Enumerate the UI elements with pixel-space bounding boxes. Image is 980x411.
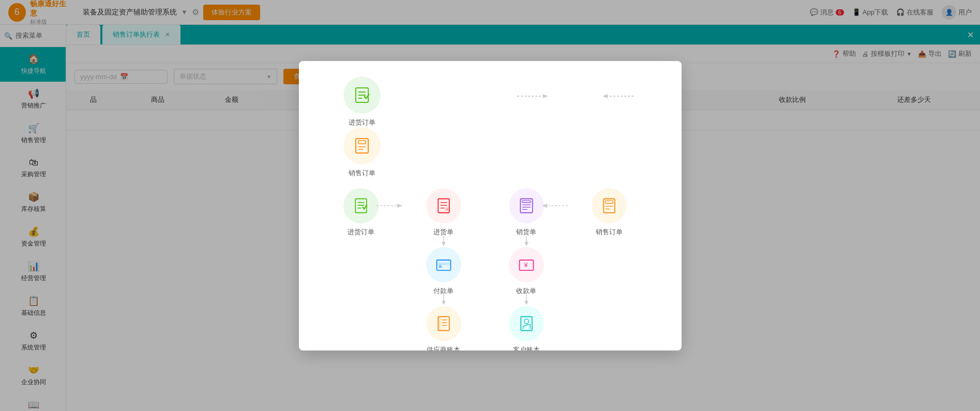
svg-rect-25 [522, 201, 530, 203]
fc-sales-order [592, 188, 627, 223]
fc-payment: ¥ [426, 247, 461, 282]
arrow-down-pay [439, 295, 448, 307]
fnode-supplier-ledger[interactable]: 供应商账本 [426, 306, 461, 351]
fc-supplier-ledger [426, 306, 461, 341]
fnode-sales-bill[interactable]: 销货单 [509, 188, 544, 237]
fl-receipt: 收款单 [516, 286, 536, 296]
fl-customer-ledger: 客户账本 [513, 345, 540, 351]
svg-marker-48 [524, 301, 529, 305]
fc-sales-bill [509, 188, 544, 223]
svg-marker-7 [602, 94, 608, 98]
fnode-receipt[interactable]: ¥ 收款单 [509, 247, 544, 296]
svg-marker-17 [397, 204, 402, 208]
sales-order-circle [343, 127, 381, 164]
fl-payment: 付款单 [433, 286, 454, 296]
purchase-order-circle [343, 77, 381, 114]
sales-order-node[interactable]: 销售订单 [343, 127, 381, 178]
svg-marker-36 [442, 242, 446, 246]
fnode-customer-ledger[interactable]: 客户账本 [509, 306, 544, 351]
fl-purchase-order: 进货订单 [348, 227, 374, 237]
svg-marker-38 [524, 242, 529, 246]
arrow-left-dashed [602, 90, 634, 102]
purchase-order-icon [352, 85, 372, 105]
arrow-down-sb [522, 236, 531, 248]
fc-customer-ledger [509, 306, 544, 341]
svg-marker-5 [543, 94, 548, 98]
sales-order-label: 销售订单 [349, 169, 375, 178]
fnode-payment[interactable]: ¥ 付款单 [426, 247, 461, 296]
svg-rect-50 [438, 316, 441, 330]
sales-order-icon [352, 135, 372, 156]
svg-text:✓: ✓ [445, 207, 448, 211]
fc-purchase-bill: ✓ [426, 188, 461, 223]
arrow-po-to-pb [517, 90, 548, 102]
fc-purchase-order [343, 188, 379, 223]
fnode-sales-order[interactable]: 销售订单 [592, 188, 627, 237]
fl-purchase-bill: 进货单 [433, 227, 454, 237]
arrow-col4-col3 [542, 201, 568, 212]
fnode-purchase-bill[interactable]: ✓ 进货单 [426, 188, 461, 237]
svg-rect-32 [605, 201, 612, 203]
flow-diagram: 进货订单 [320, 77, 661, 178]
fc-receipt: ¥ [509, 247, 544, 282]
fl-sales-bill: 销货单 [516, 227, 536, 237]
svg-text:¥: ¥ [523, 262, 528, 269]
fl-sales-order: 销售订单 [596, 227, 623, 237]
arrow-right-dashed-1 [517, 90, 548, 102]
fnode-purchase-order[interactable]: 进货订单 [343, 188, 379, 237]
arrow-col1-col2 [376, 201, 402, 212]
modal-overlay[interactable]: 进货订单 [0, 0, 980, 411]
arrow-so-to-sb [602, 90, 634, 102]
svg-rect-9 [358, 141, 366, 144]
modal-body: 进货订单 [299, 61, 682, 351]
modal: 进货订单 [299, 61, 682, 351]
purchase-order-label: 进货订单 [349, 118, 375, 127]
svg-marker-46 [442, 301, 446, 305]
arrow-down-pb [439, 236, 448, 248]
svg-point-55 [524, 319, 529, 324]
purchase-order-node[interactable]: 进货订单 [343, 77, 381, 127]
flow-diagram-proper: 进货订单 ✓ 进货单 销货单 [320, 188, 661, 351]
arrow-down-rec [522, 295, 531, 307]
fl-supplier-ledger: 供应商账本 [427, 345, 460, 351]
